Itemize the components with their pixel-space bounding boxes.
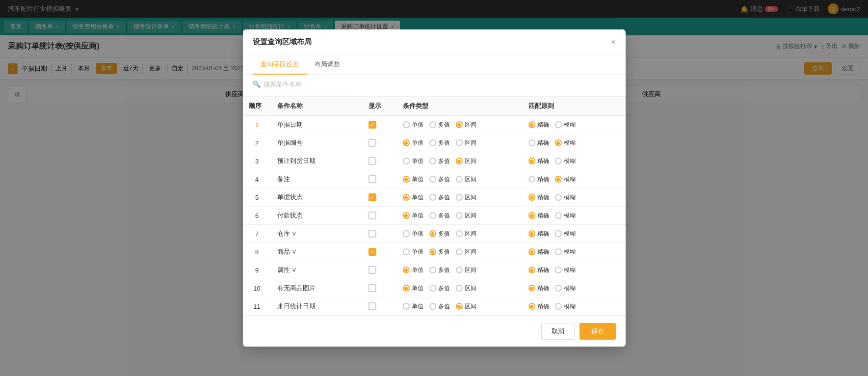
radio-match_fuzzy-2[interactable]: 模糊 [555,157,576,165]
table-row: 10有无商品图片单值多值区间精确模糊 [243,279,626,297]
radio-circle-match_fuzzy-0 [555,121,562,128]
radio-type_multi-2[interactable]: 多值 [429,157,450,165]
radio-type_single-9[interactable]: 单值 [403,284,423,293]
checkbox-display-4[interactable] [368,193,376,201]
radio-circle-match_fuzzy-1 [555,139,562,146]
cell-display-6[interactable] [363,225,397,243]
search-input[interactable] [263,81,347,88]
checkbox-display-5[interactable] [368,212,376,219]
radio-type_single-4[interactable]: 单值 [403,193,423,202]
radio-match_exact-10[interactable]: 精确 [528,302,549,311]
radio-circle-type_range-1 [456,139,463,146]
checkbox-display-0[interactable] [368,121,376,129]
radio-type_single-8[interactable]: 单值 [403,266,423,274]
radio-type_multi-4[interactable]: 多值 [429,193,450,202]
radio-type_multi-0[interactable]: 多值 [429,121,450,129]
radio-match_fuzzy-3[interactable]: 模糊 [555,175,576,184]
cell-order-8: 9 [243,261,271,279]
cell-display-10[interactable] [363,297,397,316]
checkbox-display-2[interactable] [368,157,376,165]
cell-name-9: 有无商品图片 [271,279,363,297]
radio-match_fuzzy-7[interactable]: 模糊 [555,248,576,256]
cell-display-3[interactable] [363,170,397,188]
radio-match_fuzzy-1[interactable]: 模糊 [555,139,576,147]
cell-display-5[interactable] [363,207,397,225]
radio-type_range-7[interactable]: 区间 [456,248,476,256]
cell-display-4[interactable] [363,188,397,207]
radio-circle-match_exact-7 [528,248,535,255]
cell-order-1: 2 [243,134,271,152]
radio-circle-match_fuzzy-3 [555,176,562,183]
cell-display-2[interactable] [363,152,397,170]
radio-type_single-7[interactable]: 单值 [403,248,423,256]
radio-type_range-2[interactable]: 区间 [456,157,476,165]
radio-match_exact-1[interactable]: 精确 [528,139,549,147]
checkbox-display-9[interactable] [368,284,376,292]
radio-match_exact-9[interactable]: 精确 [528,284,549,293]
cell-display-9[interactable] [363,279,397,297]
radio-type_multi-1[interactable]: 多值 [429,139,450,147]
radio-match_fuzzy-0[interactable]: 模糊 [555,121,576,129]
radio-circle-match_exact-8 [528,267,535,273]
radio-match_exact-6[interactable]: 精确 [528,230,549,238]
radio-type_multi-3[interactable]: 多值 [429,175,450,184]
cell-display-1[interactable] [363,134,397,152]
cell-match-5: 精确模糊 [523,207,626,225]
radio-match_exact-7[interactable]: 精确 [528,248,549,256]
radio-match_exact-2[interactable]: 精确 [528,157,549,165]
checkbox-display-6[interactable] [368,230,376,238]
radio-type_range-1[interactable]: 区间 [456,139,476,147]
radio-match_exact-3[interactable]: 精确 [528,175,549,184]
save-btn[interactable]: 保存 [579,323,616,340]
radio-type_range-9[interactable]: 区间 [456,284,476,293]
radio-circle-type_range-3 [456,176,463,183]
radio-match_fuzzy-10[interactable]: 模糊 [555,302,576,311]
radio-match_exact-4[interactable]: 精确 [528,193,549,202]
radio-circle-type_single-8 [403,267,410,273]
dialog-tab-query[interactable]: 查询字段设置 [253,55,307,75]
radio-type_range-8[interactable]: 区间 [456,266,476,274]
radio-type_multi-5[interactable]: 多值 [429,212,450,220]
checkbox-display-3[interactable] [368,175,376,183]
radio-type_single-3[interactable]: 单值 [403,175,423,184]
radio-type_range-5[interactable]: 区间 [456,212,476,220]
radio-type_single-2[interactable]: 单值 [403,157,423,165]
radio-type_range-6[interactable]: 区间 [456,230,476,238]
cell-display-7[interactable] [363,243,397,261]
radio-type_multi-8[interactable]: 多值 [429,266,450,274]
radio-match_exact-0[interactable]: 精确 [528,121,549,129]
radio-type_single-6[interactable]: 单值 [403,230,423,238]
radio-type_single-5[interactable]: 单值 [403,212,423,220]
radio-type_multi-7[interactable]: 多值 [429,248,450,256]
cell-match-2: 精确模糊 [523,152,626,170]
radio-match_fuzzy-9[interactable]: 模糊 [555,284,576,293]
settings-dialog: 设置查询区域布局 × 查询字段设置 布局调整 🔍 顺序 条件名称 显示 [243,29,626,347]
radio-type_range-4[interactable]: 区间 [456,193,476,202]
radio-type_multi-10[interactable]: 多值 [429,302,450,311]
cell-display-8[interactable] [363,261,397,279]
radio-type_multi-6[interactable]: 多值 [429,230,450,238]
radio-type_range-10[interactable]: 区间 [456,302,476,311]
checkbox-display-10[interactable] [368,302,376,310]
radio-type_range-3[interactable]: 区间 [456,175,476,184]
checkbox-display-7[interactable] [368,248,376,256]
radio-match_fuzzy-8[interactable]: 模糊 [555,266,576,274]
radio-match_exact-8[interactable]: 精确 [528,266,549,274]
radio-type_single-1[interactable]: 单值 [403,139,423,147]
radio-match_fuzzy-4[interactable]: 模糊 [555,193,576,202]
table-row: 6付款状态单值多值区间精确模糊 [243,207,626,225]
checkbox-display-8[interactable] [368,266,376,274]
checkbox-display-1[interactable] [368,139,376,147]
radio-type_range-0[interactable]: 区间 [456,121,476,129]
dialog-close-icon[interactable]: × [611,38,615,47]
dialog-tab-layout[interactable]: 布局调整 [307,55,348,75]
radio-type_multi-9[interactable]: 多值 [429,284,450,293]
cancel-btn[interactable]: 取消 [541,323,575,340]
cell-display-0[interactable] [363,116,397,134]
radio-match_fuzzy-6[interactable]: 模糊 [555,230,576,238]
radio-match_exact-5[interactable]: 精确 [528,212,549,220]
radio-match_fuzzy-5[interactable]: 模糊 [555,212,576,220]
cell-match-3: 精确模糊 [523,170,626,188]
radio-type_single-0[interactable]: 单值 [403,121,423,129]
radio-type_single-10[interactable]: 单值 [403,302,423,311]
